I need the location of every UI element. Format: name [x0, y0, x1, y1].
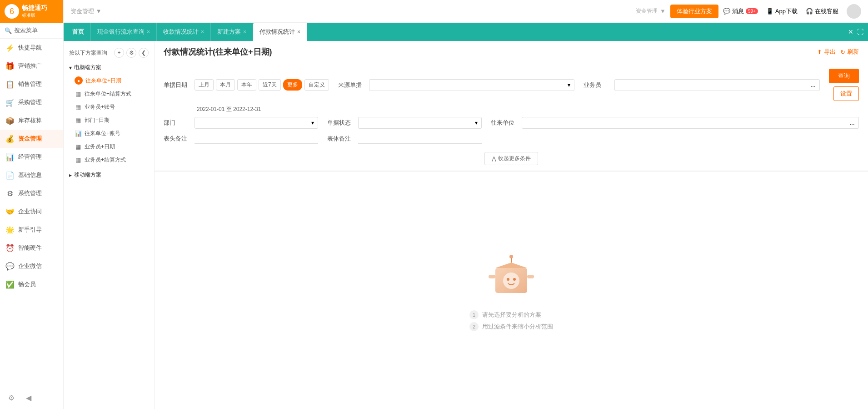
- filter-area: 单据日期 上月 本月 本年 近7天 更多 自定义 来源单据: [155, 63, 868, 171]
- doc-status-select[interactable]: ▾: [358, 117, 482, 129]
- sidebar-item-finance[interactable]: 💰 资金管理: [0, 130, 63, 148]
- tab-receivable[interactable]: 收款情况统计 ×: [157, 23, 211, 41]
- mobile-plan-group-title[interactable]: ▸ 移动端方案: [64, 169, 154, 181]
- partner-select[interactable]: …: [522, 117, 859, 129]
- tabbar-right: ✕ ⛶: [848, 28, 866, 35]
- empty-illustration: [484, 250, 539, 306]
- sidebar-item-marketing[interactable]: 🎁 营销推广: [0, 57, 63, 75]
- plan-item-unit-date[interactable]: ● 往来单位+日期: [64, 74, 154, 87]
- sidebar-item-system[interactable]: ⚙ 系统管理: [0, 184, 63, 202]
- staff-select[interactable]: …: [614, 79, 820, 91]
- tabbar-close-all-icon[interactable]: ✕: [848, 28, 853, 35]
- sidebar-item-basic-info[interactable]: 📄 基础信息: [0, 166, 63, 184]
- sidebar-collapse-btn[interactable]: ◀: [22, 391, 35, 404]
- plan-item-staff-date[interactable]: ▦ 业务员+日期: [64, 140, 154, 153]
- chevron-down-icon: ▾: [69, 65, 72, 71]
- tabbar-fullscreen-icon[interactable]: ⛶: [857, 28, 863, 35]
- page-header: 付款情况统计(往来单位+日期) ⬆ 导出 ↻ 刷新: [155, 41, 868, 63]
- sidebar-item-guide[interactable]: 🌟 新手引导: [0, 221, 63, 239]
- user-avatar[interactable]: [847, 4, 861, 19]
- sidebar-footer: ⚙ ◀: [0, 386, 63, 409]
- search-menu[interactable]: 🔍 搜索菜单: [0, 23, 63, 39]
- hardware-icon: ⏰: [5, 243, 15, 252]
- sidebar-item-purchase[interactable]: 🛒 采购管理: [0, 93, 63, 111]
- sidebar-item-inventory[interactable]: 📦 库存核算: [0, 111, 63, 130]
- date-btn-this-year[interactable]: 本年: [237, 79, 256, 91]
- sidebar-item-hardware[interactable]: ⏰ 智能硬件: [0, 239, 63, 257]
- chevron-right-icon: ▸: [69, 172, 72, 178]
- message-badge: 99+: [746, 8, 758, 14]
- doc-status-chevron: ▾: [475, 120, 478, 126]
- table-icon-2: ▦: [75, 104, 82, 111]
- sidebar-item-operation[interactable]: 📊 经营管理: [0, 148, 63, 166]
- plan-settings-btn[interactable]: ⚙: [126, 48, 136, 58]
- left-panel-actions: + ⚙ ❮: [114, 48, 149, 58]
- sidebar-item-member[interactable]: ✅ 畅会员: [0, 275, 63, 293]
- topbar: 资金管理 ▼ 资金管理 ▼ 体验行业方案 💬 消息 99+ 📱 App下载 🎧 …: [64, 0, 868, 23]
- partner-label: 往来单位: [491, 119, 518, 127]
- tab-receivable-close[interactable]: ×: [201, 29, 204, 35]
- message-icon: 💬: [723, 8, 730, 15]
- tab-cashflow[interactable]: 现金银行流水查询 ×: [91, 23, 157, 41]
- tip-num-1: 1: [469, 310, 479, 319]
- main-content: 资金管理 ▼ 资金管理 ▼ 体验行业方案 💬 消息 99+ 📱 App下载 🎧 …: [64, 0, 868, 409]
- app-download-btn[interactable]: 📱 App下载: [766, 7, 798, 15]
- add-plan-btn[interactable]: +: [114, 48, 124, 58]
- date-label: 单据日期: [164, 81, 191, 89]
- plan-item-unit-account[interactable]: 📊 往来单位+账号: [64, 127, 154, 140]
- sidebar-item-sales[interactable]: 📋 销售管理: [0, 75, 63, 93]
- tab-cashflow-close[interactable]: ×: [147, 29, 150, 35]
- sidebar-item-weixin[interactable]: 💬 企业微信: [0, 257, 63, 275]
- staff-label: 业务员: [584, 81, 611, 89]
- logo: 6 畅捷通巧 标准版: [0, 0, 63, 23]
- left-panel-collapse-btn[interactable]: ❮: [139, 48, 149, 58]
- export-icon: ⬆: [817, 49, 822, 56]
- body-note-input[interactable]: [358, 133, 482, 144]
- export-btn[interactable]: ⬆ 导出: [817, 48, 836, 56]
- operation-icon: 📊: [5, 152, 15, 162]
- date-btn-last-7days[interactable]: 近7天: [259, 79, 281, 91]
- inventory-icon: 📦: [5, 116, 15, 125]
- dept-select[interactable]: ▾: [195, 117, 318, 129]
- topbar-title: 资金管理 ▼: [70, 7, 631, 15]
- message-btn[interactable]: 💬 消息 99+: [723, 7, 758, 15]
- sidebar-settings-btn[interactable]: ⚙: [5, 391, 18, 404]
- svg-rect-7: [527, 275, 534, 278]
- plan-item-dept-date[interactable]: ▦ 部门+日期: [64, 114, 154, 127]
- date-btn-more[interactable]: 更多: [283, 79, 302, 91]
- experience-btn[interactable]: 体验行业方案: [670, 5, 718, 18]
- guide-icon: 🌟: [5, 225, 15, 234]
- sidebar-item-cooperation[interactable]: 🤝 企业协同: [0, 202, 63, 221]
- query-btn[interactable]: 查询: [829, 69, 859, 83]
- pc-plan-group-title[interactable]: ▾ 电脑端方案: [64, 61, 154, 74]
- date-btn-this-month[interactable]: 本月: [216, 79, 235, 91]
- source-doc-select[interactable]: ▾: [369, 79, 574, 91]
- tab-new-plan[interactable]: 新建方案 ×: [211, 23, 253, 41]
- table-icon-3: ▦: [75, 117, 82, 124]
- plan-item-staff-settlement[interactable]: ▦ 业务员+结算方式: [64, 153, 154, 167]
- service-icon: 🎧: [806, 8, 813, 15]
- tab-payment-stat-close[interactable]: ×: [297, 29, 300, 35]
- tab-payment-stat[interactable]: 付款情况统计 ×: [253, 23, 307, 41]
- date-btn-custom[interactable]: 自定义: [304, 79, 329, 91]
- tab-new-plan-close[interactable]: ×: [243, 29, 246, 35]
- collapse-chevron-icon: ⋀: [492, 156, 496, 162]
- refresh-btn[interactable]: ↻ 刷新: [840, 48, 859, 56]
- plan-item-unit-settlement[interactable]: ▦ 往来单位+结算方式: [64, 87, 154, 101]
- plan-item-staff-account[interactable]: ▦ 业务员+账号: [64, 101, 154, 114]
- sidebar-item-quick-nav[interactable]: ⚡ 快捷导航: [0, 39, 63, 57]
- collapse-conditions-btn[interactable]: ⋀ 收起更多条件: [484, 152, 538, 165]
- active-plan-indicator: ●: [75, 76, 83, 85]
- content-area: 按以下方案查询 + ⚙ ❮ ▾ 电脑端方案 ● 往来单位+日期 ▦: [64, 41, 868, 409]
- tabbar: 首页 现金银行流水查询 × 收款情况统计 × 新建方案 × 付款情况统计 × ✕…: [64, 23, 868, 41]
- search-icon: 🔍: [5, 27, 12, 34]
- quick-nav-icon: ⚡: [5, 43, 15, 52]
- marketing-icon: 🎁: [5, 61, 15, 71]
- doc-status-label: 单据状态: [327, 119, 354, 127]
- date-btn-last-month[interactable]: 上月: [195, 79, 214, 91]
- filter-settings-btn[interactable]: 设置: [833, 86, 859, 101]
- tab-home[interactable]: 首页: [66, 23, 91, 41]
- online-service-btn[interactable]: 🎧 在线客服: [806, 7, 838, 15]
- header-note-input[interactable]: [195, 133, 318, 144]
- filter-row-1: 单据日期 上月 本月 本年 近7天 更多 自定义 来源单据: [164, 69, 859, 101]
